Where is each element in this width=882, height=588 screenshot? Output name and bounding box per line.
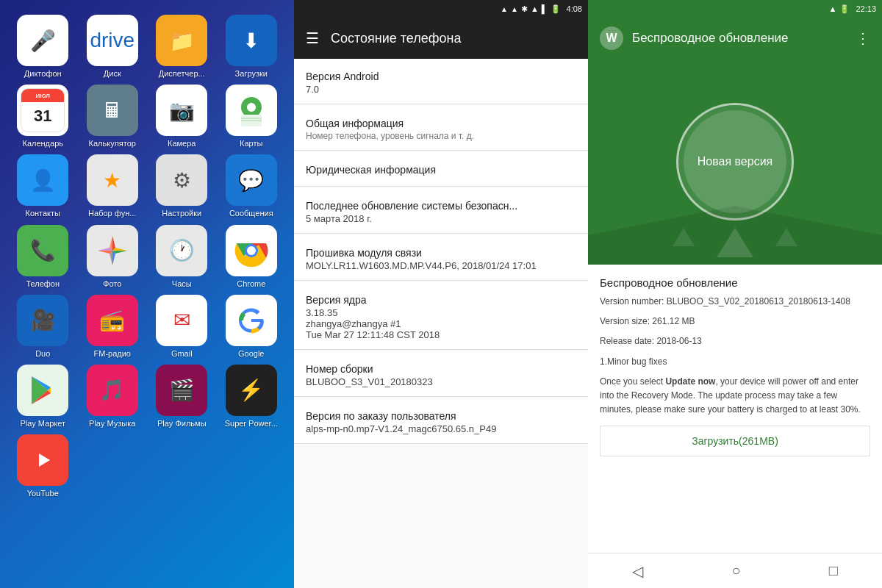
app-icon-foto	[87, 225, 138, 276]
release-date: Release date: 2018-06-13	[600, 334, 870, 348]
app-item-playmarket[interactable]: Play Маркет	[11, 365, 75, 429]
change-log: 1.Minor bug fixes	[600, 355, 870, 369]
section-value: 5 марта 2018 г.	[306, 213, 576, 224]
app-icon-download: ⬇	[226, 15, 277, 66]
battery-icon: 🔋	[551, 4, 561, 14]
app-item-camera[interactable]: 📷Камера	[150, 85, 214, 148]
bluetooth-icon: ✱	[521, 4, 528, 14]
app-icon-camera: 📷	[156, 85, 207, 136]
wireless-update-toolbar: W Беспроводное обновление ⋮	[588, 18, 882, 59]
update-content: Беспроводное обновление Version number: …	[588, 265, 882, 553]
status-section[interactable]: Версия ядра3.18.35 zhangya@zhangya #1 Tu…	[294, 282, 588, 350]
app-label-youtube: YouTube	[27, 489, 59, 498]
app-icon-youtube	[17, 434, 68, 486]
triangle-small-1	[673, 228, 695, 246]
wireless-update-panel: ▲ 🔋 22:13 W Беспроводное обновление ⋮ Но…	[588, 0, 882, 588]
section-title: Номер сборки	[306, 363, 576, 375]
home-button[interactable]: ○	[717, 556, 755, 585]
status-section[interactable]: Версия Android7.0	[294, 59, 588, 104]
app-label-calculator: Калькулятор	[89, 139, 136, 148]
section-title: Прошивка модуля связи	[306, 247, 576, 259]
app-icon-nabor: ★	[87, 154, 138, 206]
update-version-circle: Новая версия	[676, 103, 794, 220]
app-item-dictofon[interactable]: 🎤Диктофон	[11, 15, 75, 79]
back-button[interactable]: ◁	[617, 556, 658, 586]
app-item-phone[interactable]: 📞Телефон	[11, 225, 75, 289]
app-label-superpower: Super Power...	[225, 419, 278, 429]
app-item-calculator[interactable]: 🖩Калькулятор	[81, 85, 145, 148]
app-icon-clock: 🕐	[156, 225, 207, 276]
app-label-playmarket: Play Маркет	[20, 419, 65, 429]
app-grid: 🎤ДиктофонdriveДиск📁Диспетчер...⬇Загрузки…	[4, 7, 290, 506]
status-section[interactable]: Версия по заказу пользователяalps-mp-n0.…	[294, 398, 588, 444]
section-value: 3.18.35 zhangya@zhangya #1 Tue Mar 27 12…	[306, 307, 576, 340]
app-item-fmradio[interactable]: 📻FM-радио	[81, 295, 145, 359]
app-logo-icon: W	[600, 26, 623, 50]
app-item-playmusic[interactable]: 🎵Play Музыка	[81, 365, 145, 429]
phone-status-panel: ▲ ▲ ✱ ▲ ▌ 🔋 4:08 ☰ Состояние телефона Ве…	[294, 0, 588, 588]
app-label-maps: Карты	[240, 139, 262, 148]
wifi-icon-update: ▲	[829, 4, 837, 13]
app-item-youtube[interactable]: YouTube	[11, 434, 75, 498]
status-bar: ▲ ▲ ✱ ▲ ▌ 🔋 4:08	[294, 0, 588, 18]
version-number: Version number: BLUBOO_S3_V02_20180613_2…	[600, 295, 870, 309]
toolbar-left: W Беспроводное обновление	[600, 26, 788, 50]
section-title: Юридическая информация	[306, 164, 576, 176]
app-item-settings[interactable]: ⚙Настройки	[150, 154, 214, 218]
update-circle-inner: Новая версия	[684, 110, 786, 213]
app-icon-superpower: ⚡	[226, 365, 277, 416]
navigation-bar: ◁ ○ □	[588, 553, 882, 588]
app-icon-dictofon: 🎤	[17, 15, 68, 66]
app-item-calendar[interactable]: ИЮЛ 31 Календарь	[11, 85, 75, 148]
svg-point-1	[247, 103, 256, 112]
app-icon-messages: 💬	[226, 154, 277, 206]
app-item-download[interactable]: ⬇Загрузки	[220, 15, 284, 79]
app-icon-maps	[226, 85, 277, 136]
app-label-playfilms: Play Фильмы	[157, 419, 207, 429]
section-title: Последнее обновление системы безопасн...	[306, 200, 576, 212]
app-item-foto[interactable]: Фото	[81, 225, 145, 289]
app-icon-playmarket	[17, 365, 68, 416]
toolbar-title: Состояние телефона	[331, 31, 462, 46]
recent-apps-button[interactable]: □	[814, 556, 853, 585]
status-section[interactable]: Общая информацияНомер телефона, уровень …	[294, 106, 588, 151]
app-item-duo[interactable]: 🎥Duo	[11, 295, 75, 359]
more-options-icon[interactable]: ⋮	[856, 29, 870, 47]
app-item-google[interactable]: Google	[220, 295, 284, 359]
status-icons: ▲ ▲ ✱ ▲ ▌ 🔋 4:08	[501, 4, 582, 14]
update-section-title: Беспроводное обновление	[600, 276, 870, 289]
app-item-messages[interactable]: 💬Сообщения	[220, 154, 284, 218]
app-label-contacts: Контакты	[25, 209, 60, 218]
app-item-playfilms[interactable]: 🎬Play Фильмы	[150, 365, 214, 429]
app-item-disk[interactable]: driveДиск	[81, 15, 145, 79]
app-icon-settings: ⚙	[156, 154, 207, 206]
app-icon-disk: drive	[87, 15, 138, 66]
section-title: Общая информация	[306, 118, 576, 129]
app-item-dispatcher[interactable]: 📁Диспетчер...	[150, 15, 214, 79]
app-item-nabor[interactable]: ★Набор фун...	[81, 154, 145, 218]
app-drawer-panel: 🎤ДиктофонdriveДиск📁Диспетчер...⬇Загрузки…	[0, 0, 294, 588]
section-subtitle: Номер телефона, уровень сигнала и т. д.	[306, 131, 576, 141]
app-icon-playmusic: 🎵	[87, 365, 138, 416]
section-title: Версия Android	[306, 71, 576, 82]
section-value: BLUBOO_S3_V01_20180323	[306, 376, 576, 387]
app-label-playmusic: Play Музыка	[89, 419, 135, 429]
status-section[interactable]: Юридическая информация	[294, 152, 588, 187]
status-section[interactable]: Номер сборкиBLUBOO_S3_V01_20180323	[294, 351, 588, 397]
app-icon-calendar: ИЮЛ 31	[17, 85, 68, 136]
app-icon-phone: 📞	[17, 225, 68, 276]
menu-icon[interactable]: ☰	[306, 29, 319, 47]
download-button[interactable]: Загрузить(261MB)	[600, 426, 870, 456]
app-item-maps[interactable]: Карты	[220, 85, 284, 148]
status-section[interactable]: Последнее обновление системы безопасн...…	[294, 188, 588, 234]
app-label-dispatcher: Диспетчер...	[159, 69, 205, 79]
app-item-superpower[interactable]: ⚡Super Power...	[220, 365, 284, 429]
status-section[interactable]: Прошивка модуля связиMOLY.LR11.W1603.MD.…	[294, 235, 588, 281]
app-item-clock[interactable]: 🕐Часы	[150, 225, 214, 289]
phone-status-list: Версия Android7.0Общая информацияНомер т…	[294, 59, 588, 588]
update-status-icons: ▲ 🔋 22:13	[829, 4, 876, 14]
app-item-gmail[interactable]: ✉Gmail	[150, 295, 214, 359]
app-item-chrome[interactable]: Chrome	[220, 225, 284, 289]
app-item-contacts[interactable]: 👤Контакты	[11, 154, 75, 218]
toolbar3-title: Беспроводное обновление	[632, 31, 788, 46]
